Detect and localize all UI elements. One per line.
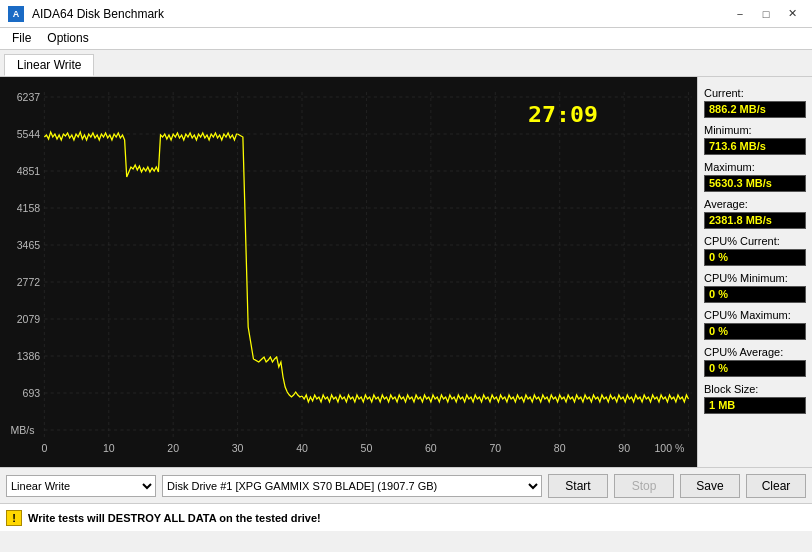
block-size-value: 1 MB: [704, 397, 806, 414]
current-label: Current:: [704, 87, 806, 99]
svg-text:2079: 2079: [17, 314, 41, 325]
svg-text:6237: 6237: [17, 92, 41, 103]
warning-icon: !: [6, 510, 22, 526]
bottom-bar: Linear Write Disk Drive #1 [XPG GAMMIX S…: [0, 467, 812, 503]
svg-text:100 %: 100 %: [654, 443, 684, 454]
cpu-minimum-label: CPU% Minimum:: [704, 272, 806, 284]
test-type-select[interactable]: Linear Write: [6, 475, 156, 497]
clear-button[interactable]: Clear: [746, 474, 806, 498]
average-value: 2381.8 MB/s: [704, 212, 806, 229]
minimum-value: 713.6 MB/s: [704, 138, 806, 155]
start-button[interactable]: Start: [548, 474, 608, 498]
svg-text:10: 10: [103, 443, 115, 454]
svg-text:693: 693: [23, 388, 41, 399]
svg-text:80: 80: [554, 443, 566, 454]
warning-text: Write tests will DESTROY ALL DATA on the…: [28, 512, 321, 524]
svg-text:60: 60: [425, 443, 437, 454]
svg-text:20: 20: [167, 443, 179, 454]
svg-text:2772: 2772: [17, 277, 41, 288]
menu-file[interactable]: File: [4, 30, 39, 47]
stop-button[interactable]: Stop: [614, 474, 674, 498]
menu-bar: File Options: [0, 28, 812, 50]
cpu-minimum-value: 0 %: [704, 286, 806, 303]
close-button[interactable]: ✕: [780, 5, 804, 23]
svg-text:50: 50: [361, 443, 373, 454]
svg-text:40: 40: [296, 443, 308, 454]
cpu-average-label: CPU% Average:: [704, 346, 806, 358]
cpu-average-value: 0 %: [704, 360, 806, 377]
cpu-maximum-value: 0 %: [704, 323, 806, 340]
main-area: 6237 5544 4851 4158 3465 2772 2079 1386 …: [0, 77, 812, 467]
cpu-maximum-label: CPU% Maximum:: [704, 309, 806, 321]
svg-text:90: 90: [618, 443, 630, 454]
chart-area: 6237 5544 4851 4158 3465 2772 2079 1386 …: [0, 77, 697, 467]
title-bar: A AIDA64 Disk Benchmark − □ ✕: [0, 0, 812, 28]
svg-text:1386: 1386: [17, 351, 41, 362]
menu-options[interactable]: Options: [39, 30, 96, 47]
svg-text:4158: 4158: [17, 203, 41, 214]
maximum-label: Maximum:: [704, 161, 806, 173]
sidebar: Current: 886.2 MB/s Minimum: 713.6 MB/s …: [697, 77, 812, 467]
svg-text:30: 30: [232, 443, 244, 454]
cpu-current-label: CPU% Current:: [704, 235, 806, 247]
average-label: Average:: [704, 198, 806, 210]
svg-text:70: 70: [489, 443, 501, 454]
app-icon: A: [8, 6, 24, 22]
svg-text:0: 0: [41, 443, 47, 454]
svg-text:4851: 4851: [17, 166, 41, 177]
minimum-label: Minimum:: [704, 124, 806, 136]
title-bar-left: A AIDA64 Disk Benchmark: [8, 6, 164, 22]
window-title: AIDA64 Disk Benchmark: [32, 7, 164, 21]
svg-text:3465: 3465: [17, 240, 41, 251]
maximum-value: 5630.3 MB/s: [704, 175, 806, 192]
cpu-current-value: 0 %: [704, 249, 806, 266]
svg-text:MB/s: MB/s: [11, 425, 35, 436]
warning-bar: ! Write tests will DESTROY ALL DATA on t…: [0, 503, 812, 531]
chart-svg: 6237 5544 4851 4158 3465 2772 2079 1386 …: [0, 77, 697, 467]
save-button[interactable]: Save: [680, 474, 740, 498]
window-controls: − □ ✕: [728, 5, 804, 23]
maximize-button[interactable]: □: [754, 5, 778, 23]
svg-text:27:09: 27:09: [528, 102, 598, 127]
drive-select[interactable]: Disk Drive #1 [XPG GAMMIX S70 BLADE] (19…: [162, 475, 542, 497]
tab-linear-write[interactable]: Linear Write: [4, 54, 94, 76]
tab-bar: Linear Write: [0, 50, 812, 77]
svg-text:5544: 5544: [17, 129, 41, 140]
current-value: 886.2 MB/s: [704, 101, 806, 118]
minimize-button[interactable]: −: [728, 5, 752, 23]
block-size-label: Block Size:: [704, 383, 806, 395]
